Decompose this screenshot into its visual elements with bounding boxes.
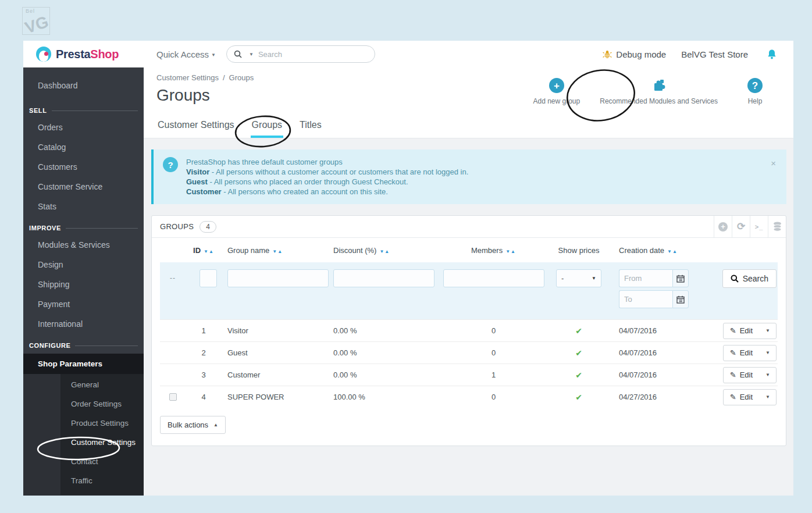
- sidebar-item-customers[interactable]: Customers: [23, 157, 144, 177]
- panel-toolbar: + ⟳ >_: [714, 216, 786, 238]
- sidebar-item-dashboard[interactable]: Dashboard: [23, 76, 144, 95]
- prestashop-logo[interactable]: PrestaShop: [23, 47, 144, 62]
- sql-query-button[interactable]: >_: [750, 216, 768, 238]
- edit-label: Edit: [740, 393, 753, 401]
- tab-titles[interactable]: Titles: [298, 116, 323, 138]
- sidebar-item-design[interactable]: Design: [23, 255, 144, 275]
- edit-label: Edit: [740, 370, 753, 379]
- notifications-button[interactable]: [767, 49, 777, 60]
- info-desc: - All persons who placed an order throug…: [208, 177, 408, 186]
- sidebar-item-modules-services[interactable]: Modules & Services: [23, 235, 144, 255]
- search-button[interactable]: Search: [722, 269, 777, 288]
- edit-split-button[interactable]: ✎Edit▼: [723, 345, 777, 361]
- chevron-up-icon: ▲: [213, 422, 218, 428]
- filter-date-from-input[interactable]: [619, 269, 672, 287]
- filter-group-name-input[interactable]: [227, 269, 329, 287]
- info-box-text: PrestaShop has three default customer gr…: [186, 157, 468, 197]
- row-members: 0: [443, 326, 544, 335]
- logo-shop: Shop: [90, 48, 119, 60]
- sidebar-item-international[interactable]: International: [23, 314, 144, 334]
- filter-dash: --: [160, 269, 186, 282]
- add-new-group-button[interactable]: + Add new group: [533, 78, 580, 105]
- tab-customer-settings[interactable]: Customer Settings: [156, 116, 236, 138]
- edit-button[interactable]: ✎Edit: [724, 370, 758, 379]
- sidebar-item-contact[interactable]: Contact: [60, 452, 144, 471]
- sidebar-section-sell: SELL: [23, 99, 144, 117]
- refresh-button[interactable]: ⟳: [732, 216, 750, 238]
- debug-mode-indicator[interactable]: Debug mode: [603, 49, 666, 59]
- search-icon: [731, 275, 739, 283]
- panel-footer: Bulk actions▲: [152, 408, 786, 446]
- edit-dropdown-toggle[interactable]: ▼: [762, 328, 776, 333]
- table-row[interactable]: 1 Visitor 0.00 % 0 ✔ 04/07/2016 ✎Edit▼: [160, 319, 778, 341]
- belvg-watermark: Bel VG: [22, 7, 50, 35]
- row-members: 0: [443, 393, 544, 401]
- filter-show-prices-select[interactable]: -▼: [556, 269, 601, 287]
- sidebar-item-order-settings[interactable]: Order Settings: [60, 394, 144, 414]
- sort-icons[interactable]: ▼▲: [204, 249, 214, 254]
- export-button[interactable]: [768, 216, 786, 238]
- sidebar-item-traffic[interactable]: Traffic: [60, 471, 144, 490]
- filter-id-input[interactable]: [200, 269, 217, 287]
- bulk-actions-button[interactable]: Bulk actions▲: [160, 416, 226, 434]
- sidebar-item-product-settings[interactable]: Product Settings: [60, 414, 144, 433]
- search-input[interactable]: [258, 50, 346, 59]
- help-button[interactable]: ? Help: [738, 78, 772, 105]
- table-row[interactable]: 4 SUPER POWER 100.00 % 0 ✔ 04/27/2016 ✎E…: [160, 386, 778, 408]
- close-icon[interactable]: ×: [771, 159, 776, 168]
- sidebar-item-customer-service[interactable]: Customer Service: [23, 177, 144, 197]
- edit-dropdown-toggle[interactable]: ▼: [762, 350, 776, 355]
- edit-split-button[interactable]: ✎Edit▼: [723, 323, 777, 339]
- breadcrumb-parent[interactable]: Customer Settings: [156, 73, 219, 82]
- sidebar-item-shop-parameters[interactable]: Shop Parameters: [23, 354, 144, 374]
- sort-icons[interactable]: ▼▲: [667, 249, 678, 254]
- global-search[interactable]: ▼: [226, 45, 375, 63]
- row-members: 1: [443, 370, 544, 379]
- filter-date-to-input[interactable]: [619, 290, 672, 308]
- calendar-button[interactable]: [672, 269, 689, 287]
- quick-access-menu[interactable]: Quick Access▼: [156, 49, 216, 59]
- pencil-icon: ✎: [730, 393, 736, 401]
- filter-members-input[interactable]: [443, 269, 544, 287]
- column-label: ID: [193, 246, 201, 255]
- sidebar-item-payment[interactable]: Payment: [23, 294, 144, 314]
- sort-icons[interactable]: ▼▲: [505, 249, 516, 254]
- row-creation-date: 04/07/2016: [613, 370, 711, 379]
- edit-dropdown-toggle[interactable]: ▼: [762, 372, 776, 377]
- edit-split-button[interactable]: ✎Edit▼: [723, 389, 777, 405]
- sort-icons[interactable]: ▼▲: [379, 249, 390, 254]
- logo-presta: Presta: [56, 48, 90, 60]
- page-header-actions: + Add new group Recommended Modules and …: [533, 78, 772, 105]
- sidebar-item-stats[interactable]: Stats: [23, 197, 144, 216]
- recommended-modules-button[interactable]: Recommended Modules and Services: [600, 78, 718, 105]
- add-record-button[interactable]: +: [714, 216, 732, 238]
- edit-dropdown-toggle[interactable]: ▼: [762, 394, 776, 400]
- store-name[interactable]: BelVG Test Store: [681, 49, 748, 59]
- column-label: Show prices: [558, 246, 600, 255]
- table-row[interactable]: 2 Guest 0.00 % 0 ✔ 04/07/2016 ✎Edit▼: [160, 341, 778, 364]
- calendar-button[interactable]: [672, 290, 689, 308]
- table-row[interactable]: 3 Customer 0.00 % 1 ✔ 04/07/2016 ✎Edit▼: [160, 364, 778, 386]
- row-creation-date: 04/07/2016: [613, 326, 711, 335]
- sidebar-item-catalog[interactable]: Catalog: [23, 137, 144, 157]
- sort-icons[interactable]: ▼▲: [272, 249, 283, 254]
- sidebar-item-orders[interactable]: Orders: [23, 117, 144, 137]
- column-label: Creation date: [619, 246, 664, 255]
- prestashop-logo-icon: [36, 47, 51, 62]
- bug-icon: [603, 50, 612, 59]
- bulk-actions-label: Bulk actions: [168, 421, 208, 429]
- search-scope-caret-icon[interactable]: ▼: [249, 52, 254, 57]
- edit-button[interactable]: ✎Edit: [724, 393, 758, 401]
- sidebar-item-customer-settings[interactable]: Customer Settings: [60, 433, 144, 452]
- sidebar-item-shipping[interactable]: Shipping: [23, 275, 144, 294]
- tab-groups[interactable]: Groups: [251, 116, 283, 138]
- edit-button[interactable]: ✎Edit: [724, 348, 758, 357]
- edit-button[interactable]: ✎Edit: [724, 326, 758, 335]
- row-checkbox[interactable]: [169, 393, 177, 401]
- filter-discount-input[interactable]: [333, 269, 435, 287]
- plus-circle-icon: +: [549, 78, 564, 93]
- sidebar-section-improve: IMPROVE: [23, 216, 144, 235]
- info-desc: - All persons without a customer account…: [209, 168, 468, 176]
- sidebar-item-general[interactable]: General: [60, 375, 144, 394]
- edit-split-button[interactable]: ✎Edit▼: [723, 367, 777, 383]
